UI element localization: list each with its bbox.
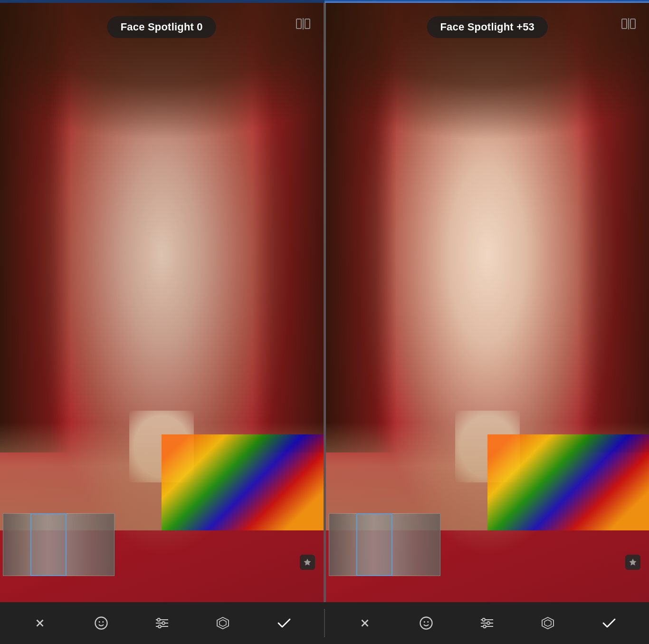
sliders-button-left[interactable]	[150, 611, 174, 635]
svg-point-8	[95, 617, 107, 629]
toolbar-left	[0, 611, 324, 635]
svg-point-26	[487, 622, 490, 625]
svg-point-10	[102, 621, 104, 623]
compare-icon-left[interactable]	[296, 18, 310, 33]
presets-button-left[interactable]	[210, 611, 235, 635]
close-button-right[interactable]	[353, 611, 377, 635]
svg-point-16	[158, 625, 161, 628]
svg-point-9	[98, 621, 100, 623]
done-button-left[interactable]	[272, 611, 296, 635]
face-spotlight-label-left: Face Spotlight 0	[107, 16, 216, 38]
svg-rect-3	[622, 19, 627, 29]
svg-point-20	[423, 621, 425, 623]
panel-left: Face Spotlight 0	[0, 3, 324, 602]
neck-left	[129, 411, 194, 482]
done-button-right[interactable]	[597, 611, 621, 635]
svg-point-21	[427, 621, 429, 623]
hair-left-left	[0, 3, 71, 452]
svg-rect-1	[305, 19, 310, 29]
face-overlay-left	[0, 3, 324, 602]
close-button-left[interactable]	[28, 611, 52, 635]
sliders-button-right[interactable]	[475, 611, 499, 635]
face-image-right	[326, 3, 649, 602]
portrait-button-left[interactable]	[89, 611, 114, 635]
clothing-right	[487, 434, 649, 530]
face-spotlight-label-right: Face Spotlight +53	[427, 16, 548, 38]
svg-point-19	[420, 617, 432, 629]
hair-right-left	[252, 3, 324, 452]
star-badge-left[interactable]	[300, 555, 315, 570]
svg-point-27	[483, 625, 486, 628]
thumb-selection-left	[30, 513, 67, 576]
main-area: Face Spotlight 0	[0, 3, 649, 602]
toolbar	[0, 602, 649, 644]
svg-point-25	[482, 618, 485, 621]
svg-rect-0	[296, 19, 301, 29]
panel-right: Face Spotlight +53	[326, 3, 649, 602]
face-image-left	[0, 3, 324, 602]
thumbnail-strip-left[interactable]	[3, 513, 115, 576]
neck-right	[455, 411, 520, 482]
svg-rect-4	[630, 19, 635, 29]
portrait-button-right[interactable]	[414, 611, 439, 635]
face-overlay-right	[326, 3, 649, 602]
svg-point-15	[162, 622, 165, 625]
hair-right-right	[578, 3, 649, 452]
center-divider	[324, 3, 326, 602]
thumbnail-strip-right[interactable]	[329, 513, 440, 576]
svg-point-14	[157, 618, 160, 621]
toolbar-right	[325, 611, 649, 635]
clothing-left	[162, 434, 323, 530]
thumb-selection-right	[356, 513, 392, 576]
hair-left-right	[326, 3, 397, 452]
presets-button-right[interactable]	[535, 611, 560, 635]
compare-icon-right[interactable]	[621, 18, 636, 33]
star-badge-right[interactable]	[625, 555, 640, 570]
